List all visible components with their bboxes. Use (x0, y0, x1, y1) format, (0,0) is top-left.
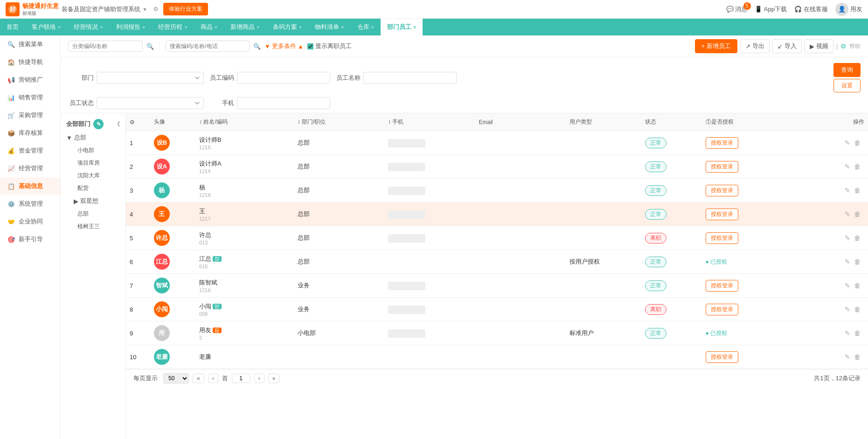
nav-item-bom[interactable]: 物料清单 × (308, 19, 350, 35)
delete-btn[interactable]: 🗑 (854, 282, 861, 289)
sidebar-item-marketing[interactable]: 📢 营销推广 (0, 71, 60, 89)
view-btn[interactable]: ▶ 视频 (805, 39, 833, 53)
page-input[interactable] (232, 374, 250, 383)
set-btn[interactable]: 设置 (833, 79, 861, 92)
sidebar-item-search[interactable]: 🔍 搜索菜单 (0, 35, 60, 53)
delete-btn[interactable]: 🗑 (854, 329, 861, 337)
main-search-icon[interactable]: 🔍 (253, 43, 261, 50)
export-btn[interactable]: ↗ 导出 (740, 39, 770, 53)
import-btn[interactable]: ↙ 导入 (772, 39, 802, 53)
edit-btn[interactable]: ✎ (845, 234, 850, 242)
edit-btn[interactable]: ✎ (845, 139, 850, 146)
sidebar-item-purchase[interactable]: 🛒 采购管理 (0, 106, 60, 124)
dept-edit-btn[interactable]: ✎ (93, 119, 104, 129)
dept-node-headquarter[interactable]: ▼ 总部 (64, 131, 122, 144)
more-conditions-btn[interactable]: ▼ 更多条件 ▲ (264, 42, 304, 50)
sidebar-item-basic[interactable]: 📋 基础信息 (0, 177, 60, 195)
close-icon[interactable]: × (371, 24, 374, 30)
sidebar-item-sales[interactable]: 📊 销售管理 (0, 89, 60, 106)
message-btn[interactable]: 💬 消息 5 (726, 5, 747, 14)
sidebar-item-collab[interactable]: 🤝 企业协同 (0, 213, 60, 230)
col-dept-position[interactable]: ↕ 部门/职位 (294, 113, 384, 131)
row-auth[interactable]: 授权登录 (702, 226, 808, 250)
col-settings[interactable]: ⚙ (126, 113, 150, 131)
row-auth[interactable]: 授权登录 (702, 131, 808, 155)
close-icon[interactable]: × (257, 24, 259, 30)
row-auth[interactable]: 授权登录 (702, 298, 808, 321)
close-icon[interactable]: × (184, 24, 187, 30)
add-employee-btn[interactable]: + 新增员工 (695, 39, 737, 53)
phone-input[interactable] (237, 97, 330, 109)
nav-item-business[interactable]: 经营情况 × (67, 19, 109, 35)
row-auth[interactable]: 授权登录 (702, 155, 808, 179)
edit-btn[interactable]: ✎ (845, 353, 850, 361)
nav-item-barcode[interactable]: 条码方案 × (266, 19, 308, 35)
nav-item-profit[interactable]: 利润报告 × (110, 19, 152, 35)
edit-btn[interactable]: ✎ (845, 306, 850, 313)
user-menu-btn[interactable]: 👤 用友 (835, 3, 862, 16)
auth-login-btn[interactable]: 授权登录 (706, 232, 738, 244)
dept-node-shenyang[interactable]: 沈阳大库 (72, 169, 122, 182)
delete-btn[interactable]: 🗑 (854, 139, 861, 146)
edit-btn[interactable]: ✎ (845, 210, 850, 218)
nav-item-customer[interactable]: 客户联络 × (25, 19, 67, 35)
sidebar-item-guide[interactable]: 🎯 新手引导 (0, 230, 60, 248)
show-archived-toggle[interactable]: 显示离职员工 (307, 42, 352, 50)
auth-login-btn[interactable]: 授权登录 (706, 304, 738, 315)
dept-node-hq[interactable]: 总部 (72, 208, 122, 220)
dept-node-double[interactable]: ▶ 双星想 (72, 195, 122, 208)
classify-search-input[interactable] (68, 41, 143, 52)
edit-btn[interactable]: ✎ (845, 187, 850, 194)
query-btn[interactable]: 查询 (833, 63, 861, 77)
nav-item-warehouse[interactable]: 仓库 × (351, 19, 381, 35)
edit-btn[interactable]: ✎ (845, 329, 850, 337)
app-download-btn[interactable]: 📱 App下载 (755, 5, 787, 14)
close-icon[interactable]: × (100, 24, 103, 30)
row-auth[interactable]: 授权登录 (702, 202, 808, 226)
online-service-btn[interactable]: 🎧 在线客服 (794, 5, 828, 14)
dept-node-project[interactable]: 项目库房 (72, 157, 122, 169)
close-icon[interactable]: × (215, 24, 217, 30)
table-settings-btn[interactable]: ⚙ (840, 42, 847, 50)
edit-btn[interactable]: ✎ (845, 163, 850, 170)
delete-btn[interactable]: 🗑 (854, 258, 861, 265)
edit-btn[interactable]: ✎ (845, 258, 850, 265)
delete-btn[interactable]: 🗑 (854, 163, 861, 170)
auth-login-btn[interactable]: 授权登录 (706, 161, 738, 173)
dept-node-delivery[interactable]: 配货 (72, 182, 122, 195)
col-name-code[interactable]: ↕ 姓名/编码 (195, 113, 294, 131)
per-page-select[interactable]: 50 100 (163, 373, 189, 383)
sidebar-item-nav[interactable]: 🏠 快捷导航 (0, 53, 60, 71)
close-icon[interactable]: × (413, 24, 416, 30)
emp-status-select[interactable] (97, 97, 204, 109)
dept-collapse-btn[interactable]: 《 (114, 120, 120, 128)
nav-item-history[interactable]: 经营历程 × (152, 19, 194, 35)
first-page-btn[interactable]: « (193, 374, 204, 383)
sidebar-item-inventory[interactable]: 📦 库存核算 (0, 124, 60, 142)
auth-login-btn[interactable]: 授权登录 (706, 137, 738, 149)
main-search-input[interactable] (166, 41, 250, 52)
delete-btn[interactable]: 🗑 (854, 210, 861, 218)
sidebar-item-finance[interactable]: 💰 资金管理 (0, 142, 60, 160)
delete-btn[interactable]: 🗑 (854, 353, 861, 361)
auth-login-btn[interactable]: 授权登录 (706, 209, 738, 220)
last-page-btn[interactable]: » (268, 374, 280, 383)
edit-btn[interactable]: ✎ (845, 282, 850, 289)
try-industry-btn[interactable]: 体验行业方案 (163, 3, 208, 15)
dept-node-tree-king[interactable]: 植树王三 (72, 220, 122, 233)
nav-item-goods[interactable]: 商品 × (194, 19, 224, 35)
delete-btn[interactable]: 🗑 (854, 306, 861, 313)
gear-icon[interactable]: ⚙ (153, 6, 159, 13)
sys-dropdown-arrow[interactable]: ▼ (142, 7, 147, 12)
delete-btn[interactable]: 🗑 (854, 234, 861, 242)
emp-code-input[interactable] (237, 72, 330, 84)
nav-item-home[interactable]: 首页 (0, 19, 25, 35)
close-icon[interactable]: × (341, 24, 344, 30)
row-auth[interactable]: 授权登录 (702, 274, 808, 298)
close-icon[interactable]: × (58, 24, 61, 30)
next-page-btn[interactable]: › (254, 374, 264, 383)
row-auth[interactable]: 授权登录 (702, 345, 808, 369)
emp-name-input[interactable] (363, 72, 457, 84)
delete-btn[interactable]: 🗑 (854, 187, 861, 194)
col-phone[interactable]: ↕ 手机 (384, 113, 475, 131)
